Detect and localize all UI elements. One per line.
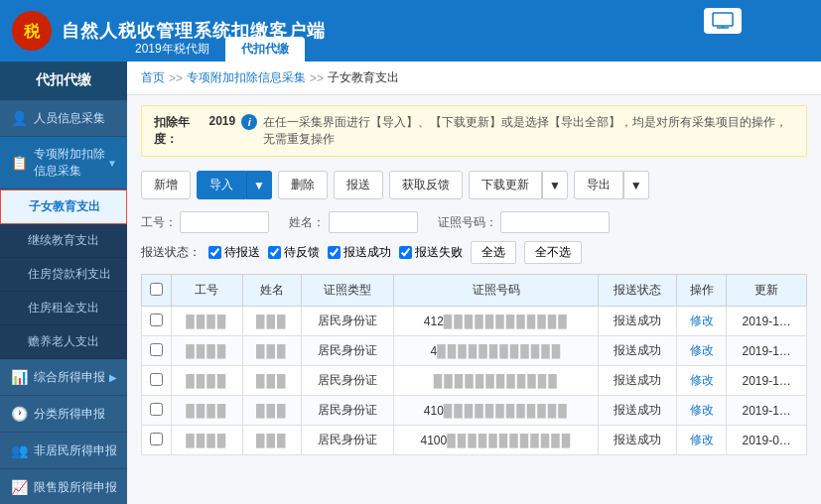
cell-update-4: 2019-0…	[727, 426, 807, 455]
chevron-down-icon-download: ▼	[549, 179, 561, 192]
table-row: ████ ███ 居民身份证 ████████████ 报送成功 修改 2019…	[142, 366, 807, 396]
personnel-icon: 👤	[10, 109, 28, 127]
cell-name-2: ███	[242, 366, 301, 396]
select-all-button[interactable]: 全选	[471, 241, 516, 264]
breadcrumb-home[interactable]: 首页	[141, 69, 165, 86]
download-dropdown-container: 下载更新 ▼	[469, 171, 568, 199]
col-id-type: 证照类型	[301, 275, 394, 307]
status-pending-submit-checkbox[interactable]	[208, 246, 221, 259]
modify-link-0[interactable]: 修改	[690, 314, 714, 327]
add-button[interactable]: 新增	[141, 171, 191, 199]
row-checkbox-2[interactable]	[150, 373, 163, 386]
sidebar-label-personnel: 人员信息采集	[34, 110, 117, 127]
tab-agent[interactable]: 代扣代缴	[225, 37, 305, 62]
cell-name-3: ███	[242, 396, 301, 426]
submit-button[interactable]: 报送	[334, 171, 383, 199]
cell-op-3[interactable]: 修改	[677, 396, 727, 426]
sidebar-item-special-deduction[interactable]: 📋 专项附加扣除信息采集 ▼	[0, 137, 127, 189]
row-checkbox-1[interactable]	[150, 343, 163, 356]
status-filter-label: 报送状态：	[141, 244, 201, 261]
cell-name-1: ███	[242, 336, 301, 366]
cell-op-0[interactable]: 修改	[677, 307, 727, 336]
table-row: ████ ███ 居民身份证 4100████████████ 报送成功 修改 …	[142, 426, 807, 455]
work-no-input[interactable]	[180, 211, 269, 233]
sidebar-label-special-deduction: 专项附加扣除信息采集	[34, 146, 107, 180]
status-submit-fail-checkbox[interactable]	[399, 246, 412, 259]
feedback-button[interactable]: 获取反馈	[389, 171, 463, 199]
sidebar-item-continue-edu[interactable]: 继续教育支出	[0, 224, 127, 258]
cell-id-no-3: 410████████████	[394, 396, 599, 426]
sidebar-item-child-edu[interactable]: 子女教育支出	[0, 189, 127, 224]
toolbar: 新增 导入 ▼ 导入文件 模板下载 删除 报送 获取反馈 下载更新	[127, 163, 821, 207]
id-input[interactable]	[500, 211, 610, 233]
cell-work-no-3: ████	[172, 396, 243, 426]
info-icon: i	[241, 114, 257, 130]
cell-op-2[interactable]: 修改	[677, 366, 727, 396]
header-tabs: 2019年税代期 代扣代缴	[119, 37, 305, 62]
status-submit-success[interactable]: 报送成功	[328, 244, 391, 261]
cell-work-no-1: ████	[172, 336, 243, 366]
import-button[interactable]: 导入	[197, 171, 246, 199]
notice-bar: 扣除年度： 2019 i 在任一采集界面进行【导入】、【下载更新】或是选择【导出…	[141, 105, 807, 157]
sidebar-label-non-resident: 非居民所得申报	[34, 442, 117, 459]
export-button[interactable]: 导出	[574, 171, 623, 199]
comprehensive-icon: 📊	[10, 368, 28, 386]
cell-id-type-3: 居民身份证	[301, 396, 394, 426]
sidebar-item-comprehensive[interactable]: 📊 综合所得申报 ▶	[0, 359, 127, 396]
modify-link-2[interactable]: 修改	[690, 373, 714, 387]
tab-year[interactable]: 2019年税代期	[119, 37, 225, 62]
deselect-all-button[interactable]: 全不选	[524, 241, 582, 264]
cell-update-2: 2019-1…	[727, 366, 807, 396]
cell-status-3: 报送成功	[599, 396, 677, 426]
delete-button[interactable]: 删除	[278, 171, 328, 199]
cell-op-4[interactable]: 修改	[677, 426, 727, 455]
name-filter-label: 姓名：	[289, 211, 417, 233]
status-pending-feedback[interactable]: 待反馈	[268, 244, 320, 261]
sidebar-header: 代扣代缴	[0, 62, 127, 100]
col-update: 更新	[727, 275, 807, 307]
status-submit-fail[interactable]: 报送失败	[399, 244, 463, 261]
col-work-no: 工号	[172, 275, 243, 307]
import-dropdown-arrow[interactable]: ▼	[246, 171, 272, 199]
cell-op-1[interactable]: 修改	[677, 336, 727, 366]
cell-id-type-0: 居民身份证	[301, 307, 394, 336]
svg-rect-2	[713, 13, 733, 26]
sidebar-item-housing-rent[interactable]: 住房租金支出	[0, 292, 127, 325]
modify-link-1[interactable]: 修改	[690, 343, 714, 357]
sidebar-item-restricted-stock[interactable]: 📈 限售股所得申报	[0, 469, 127, 504]
sidebar-item-housing-loan[interactable]: 住房贷款利支出	[0, 258, 127, 292]
row-checkbox-0[interactable]	[150, 314, 163, 326]
status-pending-feedback-checkbox[interactable]	[268, 246, 281, 259]
export-dropdown-container: 导出 ▼	[574, 171, 649, 199]
name-input[interactable]	[329, 211, 418, 233]
special-deduction-icon: 📋	[10, 154, 28, 172]
status-pending-submit[interactable]: 待报送	[208, 244, 260, 261]
sidebar-item-classified[interactable]: 🕐 分类所得申报	[0, 396, 127, 433]
download-button[interactable]: 下载更新	[469, 171, 542, 199]
notice-year: 2019	[208, 114, 235, 128]
sidebar-label-classified: 分类所得申报	[34, 406, 117, 423]
cell-id-type-1: 居民身份证	[301, 336, 394, 366]
notice-year-label: 扣除年度：	[154, 114, 206, 148]
modify-link-3[interactable]: 修改	[690, 403, 714, 417]
download-dropdown-arrow[interactable]: ▼	[542, 171, 568, 199]
work-no-filter-label: 工号：	[141, 211, 269, 233]
status-submit-success-checkbox[interactable]	[328, 246, 341, 259]
sidebar-item-elder-care[interactable]: 赡养老人支出	[0, 325, 127, 359]
cell-id-no-0: 412████████████	[394, 307, 599, 336]
breadcrumb-special[interactable]: 专项附加扣除信息采集	[187, 69, 306, 86]
table-row: ████ ███ 居民身份证 412████████████ 报送成功 修改 2…	[142, 307, 807, 336]
cell-update-3: 2019-1…	[727, 396, 807, 426]
sidebar-item-personnel[interactable]: 👤 人员信息采集	[0, 100, 127, 137]
chevron-down-icon: ▼	[107, 158, 117, 169]
select-all-checkbox[interactable]	[150, 283, 163, 296]
status-filter-row: 报送状态： 待报送 待反馈 报送成功 报送失败 全选 全不选	[127, 237, 821, 268]
col-status: 报送状态	[599, 275, 677, 307]
cell-update-1: 2019-1…	[727, 336, 807, 366]
row-checkbox-3[interactable]	[150, 403, 163, 416]
row-checkbox-4[interactable]	[150, 433, 163, 445]
export-dropdown-arrow[interactable]: ▼	[623, 171, 649, 199]
cell-work-no-0: ████	[172, 307, 243, 336]
sidebar-item-non-resident[interactable]: 👥 非居民所得申报	[0, 433, 127, 469]
modify-link-4[interactable]: 修改	[690, 433, 714, 446]
